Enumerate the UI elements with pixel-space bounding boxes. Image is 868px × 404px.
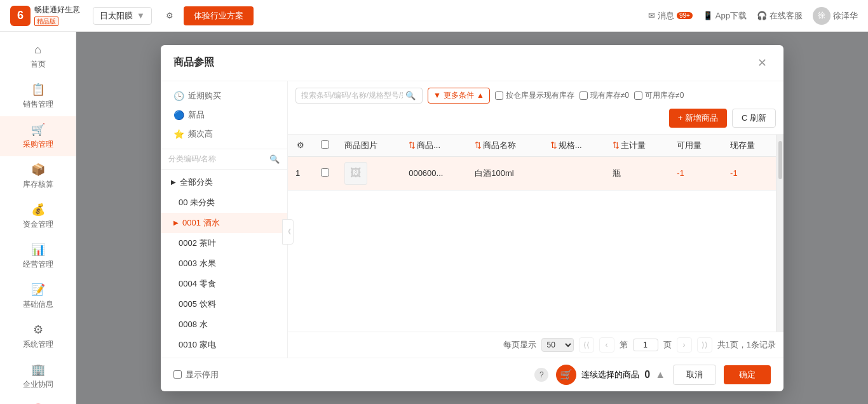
show-disabled-toggle[interactable]: 显示停用: [173, 369, 219, 380]
confirm-button[interactable]: 确定: [724, 365, 771, 384]
col-unit[interactable]: ⇅主计量: [605, 135, 669, 157]
messages-btn[interactable]: ✉ 消息 99+: [648, 10, 693, 22]
sort-icon: ⇅: [613, 140, 620, 150]
category-item-0003[interactable]: 0003 水果: [161, 253, 287, 274]
category-item-0008[interactable]: 0008 水: [161, 314, 287, 335]
sidebar-item-label: 首页: [31, 59, 46, 70]
category-item-0002[interactable]: 0002 茶叶: [161, 233, 287, 253]
row-spec: [543, 156, 605, 190]
page-number-input[interactable]: [633, 339, 658, 351]
finance-icon: 💰: [31, 203, 45, 217]
select-all-checkbox[interactable]: [321, 140, 329, 149]
quick-filters: 🕒 近期购买 🔵 新品 ⭐ 频次高: [161, 81, 287, 149]
cancel-button[interactable]: 取消: [673, 365, 716, 385]
row-checkbox[interactable]: [321, 168, 329, 177]
chevron-down-icon: ▼: [137, 11, 145, 20]
filter-stock[interactable]: 现有库存≠0: [580, 90, 629, 101]
modal-close-button[interactable]: ✕: [753, 54, 771, 72]
footer-right: ? 🛒 连续选择的商品 0 ▲ 取消 确定: [534, 365, 771, 385]
logo-icon: 6: [10, 6, 31, 26]
next-page-button[interactable]: ›: [677, 337, 692, 353]
sidebar-item-basic[interactable]: 📝 基础信息: [0, 276, 76, 316]
show-disabled-checkbox[interactable]: [173, 370, 182, 379]
row-stock: -1: [722, 156, 776, 190]
help-button[interactable]: ?: [534, 368, 548, 382]
col-spec[interactable]: ⇅规格...: [543, 135, 605, 157]
filter-warehouse[interactable]: 按仓库显示现有库存: [495, 90, 574, 101]
phone-icon: 📱: [703, 11, 713, 20]
nav-selector[interactable]: 日太阳膜 ▼: [93, 7, 152, 25]
user-btn[interactable]: 徐 徐泽华: [813, 7, 858, 25]
app-download-btn[interactable]: 📱 App下载: [703, 10, 747, 22]
filter-available[interactable]: 可用库存≠0: [634, 90, 684, 101]
filter-more-button[interactable]: ▼ 更多条件 ▲: [428, 88, 490, 104]
table-row[interactable]: 1 🖼 000600...: [288, 156, 776, 190]
quick-filter-new[interactable]: 🔵 新品: [168, 105, 280, 125]
row-check[interactable]: [313, 156, 337, 190]
row-name: 白酒100ml: [467, 156, 542, 190]
purchase-icon: 🛒: [31, 123, 45, 137]
quick-filter-frequent[interactable]: ⭐ 频次高: [168, 125, 280, 144]
experience-btn[interactable]: 体验行业方案: [184, 6, 254, 25]
category-item-0005[interactable]: 0005 饮料: [161, 294, 287, 314]
sidebar-item-home[interactable]: ⌂ 首页: [0, 37, 76, 76]
sort-icon: ⇅: [409, 140, 416, 150]
page-size-select[interactable]: 20 50 100: [541, 338, 574, 352]
filter-warehouse-label: 按仓库显示现有库存: [506, 90, 574, 101]
nav-selector-label: 日太阳膜: [100, 10, 133, 22]
filter-available-checkbox[interactable]: [634, 91, 642, 100]
filter-stock-checkbox[interactable]: [580, 91, 588, 100]
cart-label: 连续选择的商品: [581, 369, 639, 380]
filter-warehouse-checkbox[interactable]: [495, 91, 503, 100]
cart-icon[interactable]: 🛒: [556, 365, 576, 385]
quick-filter-recent[interactable]: 🕒 近期购买: [168, 86, 280, 105]
sidebar-item-label: 销售管理: [23, 99, 53, 110]
sidebar-item-inventory[interactable]: 📦 库存核算: [0, 156, 76, 196]
sidebar-item-enterprise[interactable]: 🏢 企业协同: [0, 356, 76, 396]
sidebar-item-sales[interactable]: 📋 销售管理: [0, 76, 76, 116]
category-item-all[interactable]: ▶ 全部分类: [161, 172, 287, 192]
collapse-cart-button[interactable]: ▲: [655, 369, 665, 380]
refresh-button[interactable]: C 刷新: [732, 109, 776, 128]
basic-icon: 📝: [31, 283, 45, 297]
category-item-0010[interactable]: 0010 家电: [161, 335, 287, 355]
online-service-btn[interactable]: 🎧 在线客服: [757, 10, 803, 22]
sidebar-item-guide[interactable]: 🎯 新手引导: [0, 396, 76, 404]
prev-page-button[interactable]: ‹: [599, 337, 614, 353]
col-settings[interactable]: ⚙: [288, 135, 313, 157]
add-product-button[interactable]: + 新增商品: [669, 109, 727, 128]
first-page-button[interactable]: ⟨⟨: [579, 337, 594, 353]
scrollbar[interactable]: [776, 135, 783, 332]
product-search-input[interactable]: [301, 91, 403, 100]
username-label: 徐泽华: [833, 10, 858, 22]
category-search-input[interactable]: [168, 154, 266, 163]
sidebar-item-system[interactable]: ⚙ 系统管理: [0, 316, 76, 356]
sidebar-item-business[interactable]: 📊 经营管理: [0, 236, 76, 276]
category-label: 0005 饮料: [179, 299, 216, 310]
sales-icon: 📋: [31, 83, 45, 97]
modal-title: 商品参照: [173, 56, 214, 69]
page-size-label: 每页显示: [503, 339, 536, 351]
last-page-button[interactable]: ⟩⟩: [697, 337, 712, 353]
category-item-0001[interactable]: ▶ 0001 酒水: [161, 213, 287, 233]
settings-button[interactable]: ⚙: [159, 6, 180, 26]
messages-badge: 99+: [677, 12, 693, 19]
sidebar-item-label: 资金管理: [23, 219, 53, 230]
sidebar-item-label: 经营管理: [23, 259, 53, 270]
row-img: 🖼: [337, 156, 401, 190]
category-search-icon[interactable]: 🔍: [269, 154, 280, 164]
col-code[interactable]: ⇅商品...: [401, 135, 467, 157]
category-label: 0003 水果: [179, 258, 216, 269]
main-layout: ⌂ 首页 📋 销售管理 🛒 采购管理 📦 库存核算 💰 资金管理 📊 经营管理 …: [0, 32, 868, 404]
system-icon: ⚙: [33, 323, 43, 337]
col-name[interactable]: ⇅商品名称: [467, 135, 542, 157]
row-available: -1: [669, 156, 722, 190]
col-stock: 现存量: [722, 135, 776, 157]
category-item-0004[interactable]: 0004 零食: [161, 274, 287, 294]
category-item-00[interactable]: 00 未分类: [161, 192, 287, 213]
sidebar-item-purchase[interactable]: 🛒 采购管理: [0, 116, 76, 156]
search-icon[interactable]: 🔍: [405, 91, 416, 100]
sidebar-item-finance[interactable]: 💰 资金管理: [0, 196, 76, 236]
quick-filter-new-label: 新品: [188, 109, 205, 121]
collapse-panel-button[interactable]: 《: [282, 219, 294, 245]
